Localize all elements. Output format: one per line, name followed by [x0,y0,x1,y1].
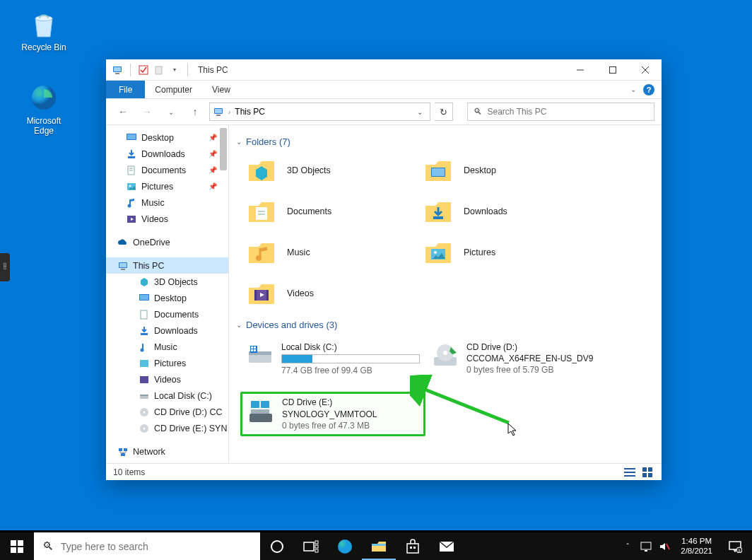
taskbar-search-input[interactable] [61,541,252,552]
documents-icon [126,165,137,176]
svg-rect-74 [642,473,647,477]
tree-item-3d-objects[interactable]: 3D Objects [106,274,228,290]
svg-rect-58 [251,346,253,349]
tree-item-pictures[interactable]: Pictures📌 [106,178,228,194]
documents-icon [139,309,150,320]
folder-pictures[interactable]: Pictures [423,236,599,269]
task-view-button[interactable] [294,532,328,560]
svg-point-0 [35,16,52,21]
cortana-button[interactable] [260,532,294,560]
svg-rect-40 [119,448,122,451]
tray-volume-icon[interactable] [657,532,672,560]
folder-music[interactable]: Music [246,236,423,269]
side-tab[interactable]: ⠿⠿ [0,253,10,281]
qat-dropdown-icon[interactable]: ▾ [169,64,180,76]
tree-item-network[interactable]: Network [106,443,228,460]
forward-button[interactable]: → [137,102,157,122]
svg-rect-73 [648,467,652,472]
folder-downloads[interactable]: Downloads [423,195,599,228]
3d-objects-icon [139,276,150,288]
back-button[interactable]: ← [113,102,133,122]
drive-local-disk-c[interactable]: Local Disk (C:) 77.4 GB free of 99.4 GB [240,337,425,380]
section-drives-header[interactable]: ⌄Devices and drives (3) [235,314,657,337]
tree-item-local-disk[interactable]: Local Disk (C:) [106,387,228,404]
desktop-icon [139,293,150,304]
tree-item-downloads[interactable]: Downloads📌 [106,146,228,162]
svg-point-86 [338,539,352,554]
drive-cd-e[interactable]: CD Drive (E:) SYNOLOGY_VMMTOOL 0 bytes f… [240,392,425,436]
drive-label: SYNOLOGY_VMMTOOL [282,409,419,420]
folder-desktop[interactable]: Desktop [423,154,599,187]
tree-item-music[interactable]: Music [106,339,228,355]
ribbon-expand-icon[interactable]: ⌄ [630,86,636,93]
scroll-thumb[interactable] [220,128,227,170]
tree-item-cd-drive-d[interactable]: CD Drive (D:) CC [106,404,228,420]
titlebar[interactable]: ▾ This PC [106,59,662,81]
chevron-down-icon: ⌄ [236,138,242,146]
tab-view[interactable]: View [202,81,240,98]
folder-videos[interactable]: Videos [246,277,423,310]
drive-label: CCCOMA_X64FRE_EN-US_DV9 [466,353,605,364]
tree-item-videos[interactable]: Videos [106,371,228,387]
window-title: This PC [198,65,228,75]
address-dropdown-icon[interactable]: ⌄ [413,108,427,116]
tab-computer[interactable]: Computer [145,81,202,98]
svg-point-22 [128,204,131,207]
3d-objects-icon [246,156,277,185]
taskbar-explorer[interactable] [362,532,396,560]
tab-file[interactable]: File [106,81,145,98]
maximize-button[interactable] [597,59,629,81]
search-box[interactable]: 🔍︎ [467,103,655,121]
drive-cd-d[interactable]: CD Drive (D:) CCCOMA_X64FRE_EN-US_DV9 0 … [425,337,611,380]
folder-3d-objects[interactable]: 3D Objects [246,154,423,187]
svg-point-49 [256,255,262,261]
taskbar-mail[interactable] [430,532,464,560]
search-icon: 🔍︎ [42,540,54,553]
tree-item-desktop[interactable]: Desktop [106,290,228,306]
tree-scrollbar[interactable]: ▴ [218,128,228,460]
content-area: ⌄Folders (7) 3D Objects Desktop Document… [229,125,662,463]
tree-item-music[interactable]: Music [106,194,228,211]
tree-item-documents[interactable]: Documents📌 [106,162,228,178]
svg-rect-68 [251,409,269,414]
qat-properties-icon[interactable] [138,64,149,76]
help-icon[interactable]: ? [643,84,654,95]
tree-item-cd-drive-e[interactable]: CD Drive (E:) SYN [106,420,228,436]
close-button[interactable] [629,59,662,81]
tree-item-onedrive[interactable]: OneDrive [106,234,228,250]
svg-rect-42 [121,453,125,456]
details-view-icon[interactable] [623,467,636,478]
recent-dropdown-icon[interactable]: ⌄ [161,102,181,122]
taskbar-edge[interactable] [328,532,362,560]
nav-tree[interactable]: Desktop📌 Downloads📌 Documents📌 Pictures📌… [106,125,229,463]
section-folders-header[interactable]: ⌄Folders (7) [235,131,657,154]
tray-display-icon[interactable] [638,532,654,560]
tree-item-videos[interactable]: Videos [106,211,228,227]
desktop-icon-recycle-bin[interactable]: Recycle Bin [17,8,71,52]
desktop-icon [126,132,137,144]
svg-rect-89 [410,547,412,549]
minimize-button[interactable] [564,59,597,81]
folder-documents[interactable]: Documents [246,195,423,228]
svg-rect-54 [266,290,269,301]
desktop-icon-edge[interactable]: Microsoft Edge [17,82,71,136]
tree-item-downloads[interactable]: Downloads [106,322,228,339]
svg-rect-83 [315,541,318,544]
tiles-view-icon[interactable] [642,467,654,478]
start-button[interactable] [0,532,34,560]
search-input[interactable] [488,107,649,117]
tray-overflow-icon[interactable]: ˆ [620,532,635,560]
tree-item-this-pc[interactable]: This PC [106,257,228,274]
up-button[interactable]: ↑ [185,102,205,122]
tree-item-pictures[interactable]: Pictures [106,355,228,371]
tray-clock[interactable]: 1:46 PM 2/8/2021 [675,537,718,556]
taskbar-store[interactable] [396,532,430,560]
tree-item-desktop[interactable]: Desktop📌 [106,129,228,146]
address-bar[interactable]: › This PC ⌄ [209,103,430,121]
tree-item-documents[interactable]: Documents [106,306,228,322]
action-center-button[interactable]: 1 [721,540,749,553]
svg-point-37 [143,411,146,413]
taskbar-search[interactable]: 🔍︎ [34,532,260,560]
qat-newfolder-icon[interactable] [153,64,165,76]
refresh-button[interactable]: ↻ [435,103,453,121]
